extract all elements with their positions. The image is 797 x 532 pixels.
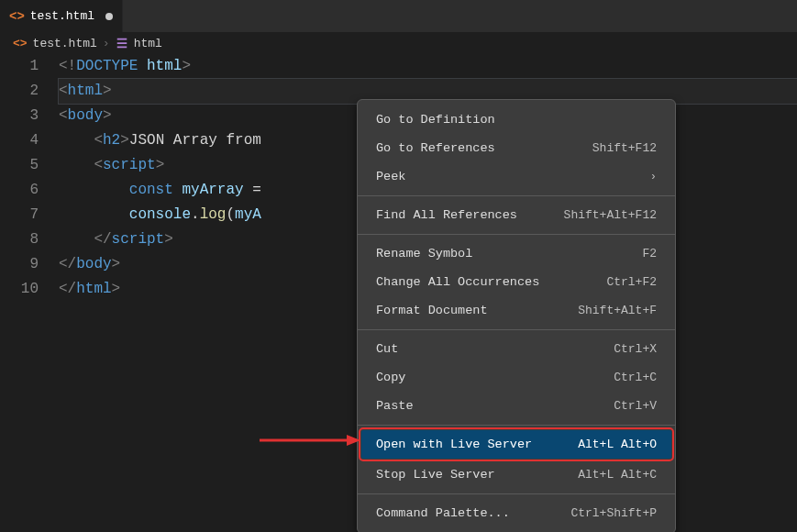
menu-item-shortcut: F2 <box>642 247 657 260</box>
line-number: 8 <box>4 227 39 252</box>
menu-item-open-with-live-server[interactable]: Open with Live ServerAlt+L Alt+O <box>361 430 671 459</box>
svg-marker-1 <box>347 435 360 446</box>
tab-test-html[interactable]: <> test.html <box>0 0 123 32</box>
menu-item-label: Cut <box>376 342 398 356</box>
menu-item-shortcut: Alt+L Alt+O <box>578 438 657 451</box>
breadcrumb-file: test.html <box>33 37 97 50</box>
menu-item-peek[interactable]: Peek› <box>358 162 675 191</box>
menu-item-label: Rename Symbol <box>376 247 472 260</box>
line-number: 4 <box>4 128 39 153</box>
breadcrumb-symbol: html <box>134 37 162 50</box>
menu-item-format-document[interactable]: Format DocumentShift+Alt+F <box>358 296 675 325</box>
menu-item-label: Go to References <box>376 141 495 155</box>
menu-item-stop-live-server[interactable]: Stop Live ServerAlt+L Alt+C <box>358 460 675 489</box>
menu-item-cut[interactable]: CutCtrl+X <box>358 335 675 363</box>
menu-item-paste[interactable]: PasteCtrl+V <box>358 392 675 420</box>
breadcrumb[interactable]: <> test.html › html <box>0 32 797 54</box>
html-file-icon: <> <box>9 9 25 24</box>
menu-item-label: Peek <box>376 170 405 183</box>
line-number-gutter: 12345678910 <box>4 54 59 302</box>
menu-item-rename-symbol[interactable]: Rename SymbolF2 <box>358 239 675 268</box>
menu-item-label: Format Document <box>376 304 488 317</box>
menu-item-label: Paste <box>376 399 414 413</box>
line-number: 7 <box>4 203 39 227</box>
struct-icon <box>116 37 128 50</box>
menu-item-label: Copy <box>376 371 405 384</box>
menu-item-shortcut: Shift+Alt+F <box>578 304 657 317</box>
html-file-icon: <> <box>13 37 28 50</box>
menu-item-label: Change All Occurrences <box>376 275 539 289</box>
menu-item-copy[interactable]: CopyCtrl+C <box>358 363 675 392</box>
menu-item-label: Go to Definition <box>376 113 495 127</box>
menu-item-label: Open with Live Server <box>376 438 532 451</box>
menu-separator <box>358 493 675 494</box>
menu-item-label: Find All References <box>376 208 517 222</box>
menu-separator <box>358 234 675 235</box>
menu-item-shortcut: Ctrl+V <box>614 399 657 413</box>
menu-item-shortcut: Ctrl+C <box>614 371 657 384</box>
line-number: 3 <box>4 104 39 128</box>
menu-item-command-palette[interactable]: Command Palette...Ctrl+Shift+P <box>358 499 675 527</box>
menu-item-shortcut: Shift+F12 <box>592 141 657 155</box>
menu-item-label: Command Palette... <box>376 506 510 520</box>
tab-label: test.html <box>30 9 94 23</box>
context-menu: Go to DefinitionGo to ReferencesShift+F1… <box>357 99 676 532</box>
menu-separator <box>358 195 675 196</box>
tab-bar: <> test.html <box>0 0 797 32</box>
line-number: 5 <box>4 153 39 178</box>
menu-item-find-all-references[interactable]: Find All ReferencesShift+Alt+F12 <box>358 201 675 229</box>
menu-separator <box>358 329 675 330</box>
code-line[interactable]: <!DOCTYPE html> <box>59 54 797 79</box>
annotation-arrow <box>260 431 360 449</box>
menu-item-shortcut: Ctrl+Shift+P <box>570 506 657 520</box>
line-number: 10 <box>4 277 39 302</box>
menu-item-shortcut: Shift+Alt+F12 <box>564 208 657 222</box>
tab-dirty-indicator <box>105 13 113 20</box>
menu-item-go-to-definition[interactable]: Go to Definition <box>358 105 675 134</box>
line-number: 2 <box>4 79 39 104</box>
menu-item-label: Stop Live Server <box>376 468 495 482</box>
menu-item-shortcut: Ctrl+F2 <box>606 275 657 289</box>
menu-item-go-to-references[interactable]: Go to ReferencesShift+F12 <box>358 134 675 162</box>
chevron-right-icon: › <box>650 171 657 183</box>
menu-item-shortcut: Alt+L Alt+C <box>578 468 657 482</box>
line-number: 6 <box>4 178 39 203</box>
menu-separator <box>358 425 675 426</box>
tab-bar-empty <box>123 0 797 32</box>
chevron-right-icon: › <box>103 37 110 50</box>
line-number: 9 <box>4 252 39 277</box>
menu-item-change-all-occurrences[interactable]: Change All OccurrencesCtrl+F2 <box>358 268 675 296</box>
menu-item-shortcut: Ctrl+X <box>614 342 657 356</box>
line-number: 1 <box>4 54 39 79</box>
